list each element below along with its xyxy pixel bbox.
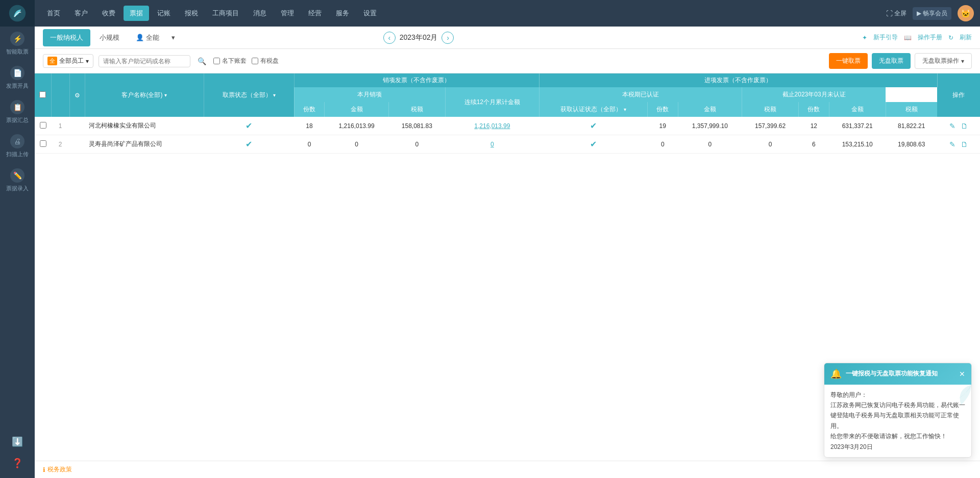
prev-month-btn[interactable]: ‹ (383, 32, 396, 44)
nav-customer[interactable]: 客户 (68, 6, 94, 21)
row2-checkbox[interactable] (35, 135, 51, 154)
nav-billing[interactable]: 收费 (96, 6, 121, 21)
subscribed-checkbox[interactable] (213, 58, 220, 64)
sidebar-item-issue-invoice-label: 发票开具 (6, 82, 29, 90)
newguide-icon: ✦ (862, 34, 867, 41)
subscribed-checkbox-label[interactable]: 名下账套 (213, 57, 247, 65)
sidebar-logo[interactable] (0, 0, 35, 27)
nav-accounting[interactable]: 记账 (151, 6, 177, 21)
filter-actions: 一键取票 无盘取票 无盘取票操作 ▾ (829, 53, 972, 69)
filterbar: 全 全部员工 ▾ 🔍 名下账套 有税盘 一键取票 无盘取票 无盘取票操作 ▾ (35, 49, 980, 73)
next-month-btn[interactable]: › (442, 32, 454, 44)
taxdisk-checkbox[interactable] (252, 58, 258, 64)
tax-policy-link[interactable]: 税务政策 (47, 465, 72, 474)
nav-tax[interactable]: 报税 (179, 6, 204, 21)
th-purchase-group: 进项发票（不含作废票） (539, 73, 937, 87)
manual-icon: 📖 (904, 34, 912, 41)
member-btn[interactable]: ▶ 畅享会员 (913, 7, 951, 20)
sidebar-item-data-entry[interactable]: ✏️ 票据录入 (0, 163, 35, 197)
row1-uncert-count: 12 (798, 117, 829, 135)
row1-edit-icon[interactable]: ✎ (949, 122, 955, 130)
nav-business[interactable]: 工商项目 (206, 6, 245, 21)
row2-cert-tax: 0 (742, 135, 799, 154)
row1-fetch-status: ✔ (204, 117, 294, 135)
invoice-summary-icon: 📋 (10, 100, 24, 114)
sidebar-item-help[interactable]: ❓ (0, 454, 35, 473)
row1-cumulative[interactable]: 1,216,013.99 (445, 117, 539, 135)
row1-checkbox[interactable] (35, 117, 51, 135)
row1-view-icon[interactable]: 🗋 (961, 122, 968, 130)
tab-general[interactable]: 一般纳税人 (43, 29, 90, 46)
one-click-fetch-btn[interactable]: 一键取票 (829, 53, 868, 69)
select-all-checkbox[interactable] (39, 91, 46, 98)
row1-sales-amount: 1,216,013.99 (325, 117, 388, 135)
row2-action: ✎ 🗋 (937, 135, 980, 154)
th-uncert-amount: 金额 (829, 102, 886, 117)
row2-uncert-amount: 153,215.10 (829, 135, 886, 154)
row2-sales-count: 0 (294, 135, 325, 154)
employee-label: 全部员工 (59, 57, 84, 65)
row1-cert-tax: 157,399.62 (742, 117, 799, 135)
setting-icon[interactable]: ⚙ (75, 92, 80, 99)
notification-text: 尊敬的用户： 江苏政务网已恢复访问电子税务局功能，易代账一键登陆电子税务局与无盘… (830, 391, 965, 450)
row2-view-icon[interactable]: 🗋 (961, 140, 968, 148)
th-certified-period: 本税期已认证 (539, 87, 742, 102)
refresh-btn[interactable]: 刷新 (960, 33, 972, 42)
th-uncertified-deadline: 截止2023年03月未认证 (742, 87, 886, 102)
topnav-right: ⛶ 全屏 ▶ 畅享会员 🐱 (886, 5, 974, 21)
no-disk-ops-btn[interactable]: 无盘取票操作 ▾ (915, 53, 972, 69)
cert-filter-icon[interactable]: ▾ (624, 107, 626, 112)
row2-sales-tax: 0 (388, 135, 445, 154)
tab-all[interactable]: 👤 全能 (129, 29, 166, 46)
sidebar-item-scan-upload[interactable]: 🖨 扫描上传 (0, 129, 35, 163)
sidebar-item-invoice-summary[interactable]: 📋 票据汇总 (0, 95, 35, 129)
nav-home[interactable]: 首页 (41, 6, 66, 21)
fullscreen-btn[interactable]: ⛶ 全屏 (886, 9, 906, 18)
tab-more[interactable]: ▾ (168, 32, 178, 43)
sidebar-item-smart-fetch[interactable]: ⚡ 智能取票 (0, 27, 35, 61)
sidebar-item-download[interactable]: ⬇️ (0, 432, 35, 451)
sidebar-item-invoice-summary-label: 票据汇总 (6, 116, 29, 124)
newguide-btn[interactable]: 新手引导 (873, 33, 898, 42)
tabbar-right: ✦ 新手引导 📖 操作手册 ↻ 刷新 (862, 33, 972, 42)
data-entry-icon: ✏️ (10, 168, 24, 183)
row1-fetch-check-icon: ✔ (246, 121, 252, 130)
all-tab-icon: 👤 (136, 34, 144, 41)
manual-btn[interactable]: 操作手册 (918, 33, 942, 42)
nav-service[interactable]: 服务 (330, 6, 355, 21)
search-button[interactable]: 🔍 (195, 55, 208, 67)
fetch-filter-icon[interactable]: ▾ (273, 92, 276, 98)
nav-message[interactable]: 消息 (247, 6, 273, 21)
fullscreen-icon: ⛶ (886, 10, 893, 17)
nav-operation[interactable]: 经营 (302, 6, 328, 21)
th-cert-tax: 税额 (742, 102, 799, 117)
nav-invoice[interactable]: 票据 (124, 6, 149, 21)
download-icon: ⬇️ (12, 436, 23, 447)
row2-cumulative[interactable]: 0 (445, 135, 539, 154)
th-cert-count: 份数 (647, 102, 678, 117)
notification-close-btn[interactable]: ✕ (959, 370, 965, 378)
notification-body-wrap: 尊敬的用户： 江苏政务网已恢复访问电子税务局功能，易代账一键登陆电子税务局与无盘… (824, 385, 971, 457)
row2-fetch-check-icon: ✔ (246, 140, 252, 148)
tab-small[interactable]: 小规模 (92, 29, 127, 46)
topnav: 首页 客户 收费 票据 记账 报税 工商项目 消息 管理 经营 服务 设置 ⛶ … (35, 0, 980, 27)
row1-sales-tax: 158,081.83 (388, 117, 445, 135)
month-label: 2023年02月 (400, 33, 438, 42)
user-avatar[interactable]: 🐱 (958, 5, 974, 21)
sidebar-item-issue-invoice[interactable]: 📄 发票开具 (0, 61, 35, 95)
taxdisk-checkbox-label[interactable]: 有税盘 (252, 57, 279, 65)
nav-settings[interactable]: 设置 (357, 6, 383, 21)
nav-management[interactable]: 管理 (275, 6, 300, 21)
search-input[interactable] (99, 55, 190, 67)
customer-filter-icon[interactable]: ▾ (164, 92, 167, 98)
th-action: 操作 (937, 73, 980, 117)
th-sales-tax: 税额 (388, 102, 445, 117)
row2-cert-status: ✔ (539, 135, 647, 154)
row2-fetch-status: ✔ (204, 135, 294, 154)
employee-select[interactable]: 全 全部员工 ▾ (43, 54, 93, 68)
row2-edit-icon[interactable]: ✎ (949, 140, 955, 148)
scan-upload-icon: 🖨 (10, 134, 24, 148)
no-disk-fetch-btn[interactable]: 无盘取票 (872, 53, 911, 69)
issue-invoice-icon: 📄 (10, 66, 24, 80)
tax-policy-icon: ℹ (43, 466, 45, 473)
